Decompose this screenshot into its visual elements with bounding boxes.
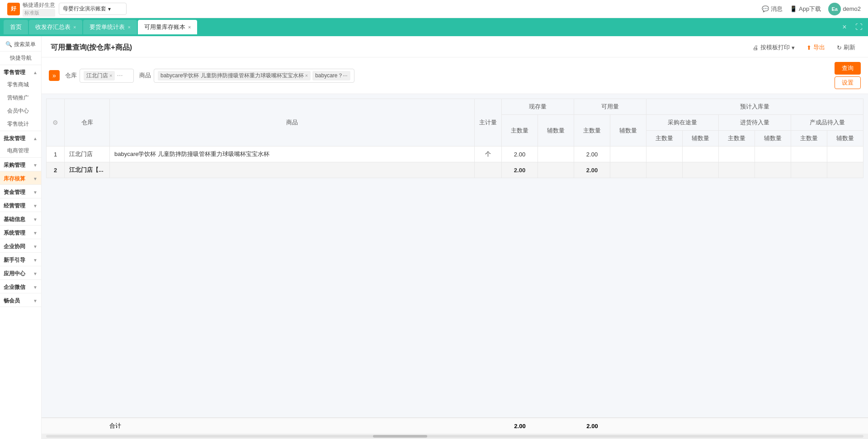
message-btn[interactable]: 💬 消息 xyxy=(762,5,783,13)
sidebar-group-apps-label: 应用中心 xyxy=(4,270,25,278)
row2-avail-main: 2.00 xyxy=(574,162,610,178)
row1-avail-aux xyxy=(610,146,646,162)
horizontal-scrollbar[interactable] xyxy=(42,434,868,439)
row2-purchase-aux xyxy=(683,162,719,178)
expand-icon: » xyxy=(52,72,56,79)
export-label: 导出 xyxy=(813,43,825,52)
sidebar-group-purchase: 采购管理 ▼ xyxy=(0,158,41,171)
row2-product-aux xyxy=(827,162,863,178)
sidebar-group-wechat-label: 企业微信 xyxy=(4,283,25,291)
chevron-down-icon-2: ▲ xyxy=(33,136,38,141)
sidebar-item-marketing[interactable]: 营销推广 xyxy=(0,91,41,104)
sidebar-group-basic-title[interactable]: 基础信息 ▼ xyxy=(0,212,41,225)
sidebar-group-purchase-label: 采购管理 xyxy=(4,161,25,169)
sidebar-group-retail-title[interactable]: 零售管理 ▲ xyxy=(0,65,41,78)
scrollbar-thumb[interactable] xyxy=(373,435,427,438)
warehouse-filter-label: 仓库 xyxy=(65,71,77,80)
sidebar-group-business-title[interactable]: 经营管理 ▼ xyxy=(0,198,41,212)
sidebar-item-retail-mall[interactable]: 零售商城 xyxy=(0,78,41,91)
chevron-icon-enterprise: ▼ xyxy=(33,244,38,249)
sidebar-group-system-title[interactable]: 系统管理 ▼ xyxy=(0,226,41,239)
tab-home-label: 首页 xyxy=(10,23,22,31)
sidebar-group-retail-label: 零售管理 xyxy=(4,69,25,76)
user-profile[interactable]: Ea demo2 xyxy=(828,3,861,15)
row1-index: 1 xyxy=(47,146,65,162)
chevron-down-print: ▾ xyxy=(792,44,795,51)
sidebar-group-purchase-title[interactable]: 采购管理 ▼ xyxy=(0,158,41,171)
sidebar-item-ecommerce[interactable]: 电商管理 xyxy=(0,144,41,157)
tab-home[interactable]: 首页 xyxy=(4,20,28,34)
tab-receive-pay-label: 收发存汇总表 xyxy=(35,23,71,31)
sidebar-group-member-title[interactable]: 畅会员 ▼ xyxy=(0,293,41,307)
tab-expand-btn[interactable]: ⛶ xyxy=(854,22,864,33)
industry-select[interactable]: 母婴行业演示账套 ▾ xyxy=(59,3,127,15)
footer-avail-main: 2.00 xyxy=(574,423,610,430)
tab-available-stock-close[interactable]: × xyxy=(188,24,191,30)
sidebar-search[interactable]: 🔍 搜索菜单 xyxy=(0,36,41,52)
row2-avail-aux xyxy=(610,162,646,178)
row1-stock-aux xyxy=(538,146,574,162)
export-btn[interactable]: ⬆ 导出 xyxy=(803,42,829,53)
warehouse-filter-input[interactable]: 江北门店 × ··· xyxy=(80,69,134,83)
tab-order-stats-close[interactable]: × xyxy=(127,24,130,30)
tab-available-stock-label: 可用量库存账本 xyxy=(144,23,185,31)
settings-gear-icon[interactable]: ⚙ xyxy=(52,119,58,126)
logo-text: 畅捷通好生意 xyxy=(23,1,55,9)
sidebar-group-wechat-title[interactable]: 企业微信 ▼ xyxy=(0,280,41,293)
th-inbound-aux: 辅数量 xyxy=(755,131,791,146)
warehouse-more-btn[interactable]: ··· xyxy=(117,71,123,80)
sidebar-group-inventory-title[interactable]: 库存核算 ▼ xyxy=(0,171,41,184)
content-area: 可用量查询(按仓库+商品) 🖨 按模板打印 ▾ ⬆ 导出 ↻ 刷新 xyxy=(42,36,868,439)
th-stock-main: 主数量 xyxy=(502,115,538,146)
query-btn[interactable]: 查询 xyxy=(835,62,861,75)
filter-area: » 仓库 江北门店 × ··· 商品 babycare学饮杯 儿童防摔防撞吸管杯… xyxy=(42,57,868,94)
tab-bar-right: × ⛶ xyxy=(839,22,864,33)
app-download-btn[interactable]: 📱 App下载 xyxy=(790,5,821,13)
th-avail-main: 主数量 xyxy=(574,115,610,146)
footer-label: 合计 xyxy=(109,422,475,430)
sidebar-quick-nav[interactable]: 快捷导航 xyxy=(0,52,41,65)
goods-filter-label: 商品 xyxy=(139,71,151,80)
th-purchase-main: 主数量 xyxy=(646,131,683,146)
row2-goods xyxy=(110,162,475,178)
refresh-btn[interactable]: ↻ 刷新 xyxy=(833,42,859,53)
row1-goods: babycare学饮杯 儿童防摔防撞吸管杯重力球吸嘴杯宝宝水杯 xyxy=(110,146,475,162)
goods-tag-1-close[interactable]: × xyxy=(305,73,308,78)
tab-available-stock[interactable]: 可用量库存账本 × xyxy=(138,20,197,34)
tab-close-all-btn[interactable]: × xyxy=(839,22,850,33)
tab-order-stats[interactable]: 要货单统计表 × xyxy=(83,20,137,34)
filter-expand-btn[interactable]: » xyxy=(49,70,60,81)
row2-warehouse: 江北门店【... xyxy=(65,162,110,178)
sidebar-group-wholesale-label: 批发管理 xyxy=(4,135,25,142)
sidebar-group-enterprise: 企业协同 ▼ xyxy=(0,239,41,253)
goods-filter-input[interactable]: babycare学饮杯 儿童防摔防撞吸管杯重力球吸嘴杯宝宝水杯 × babyca… xyxy=(154,69,354,83)
sidebar-group-wholesale-title[interactable]: 批发管理 ▲ xyxy=(0,131,41,144)
settings-btn[interactable]: 设置 xyxy=(835,76,861,89)
goods-tag-1-value: babycare学饮杯 儿童防摔防撞吸管杯重力球吸嘴杯宝宝水杯 xyxy=(160,72,304,80)
warehouse-tag-close[interactable]: × xyxy=(109,73,112,78)
tab-receive-pay-close[interactable]: × xyxy=(73,24,76,30)
row2-unit xyxy=(475,162,502,178)
sidebar-group-finance-title[interactable]: 资金管理 ▼ xyxy=(0,185,41,198)
goods-filter-field: 商品 babycare学饮杯 儿童防摔防撞吸管杯重力球吸嘴杯宝宝水杯 × bab… xyxy=(139,69,354,83)
th-avail-aux: 辅数量 xyxy=(610,115,646,146)
table-row-subtotal: 2 江北门店【... 2.00 2.00 xyxy=(47,162,863,178)
sidebar-group-apps-title[interactable]: 应用中心 ▼ xyxy=(0,266,41,279)
sidebar: 🔍 搜索菜单 快捷导航 零售管理 ▲ 零售商城 营销推广 会员中心 零售统计 批… xyxy=(0,36,42,439)
table-footer: 合计 2.00 2.00 xyxy=(42,417,868,434)
row2-inbound-main xyxy=(719,162,755,178)
sidebar-group-guide: 新手引导 ▼ xyxy=(0,253,41,266)
sidebar-item-members[interactable]: 会员中心 xyxy=(0,104,41,118)
row1-product-main xyxy=(791,146,827,162)
sidebar-item-retail-stats[interactable]: 零售统计 xyxy=(0,118,41,131)
app-download-label: App下载 xyxy=(799,5,821,13)
print-template-btn[interactable]: 🖨 按模板打印 ▾ xyxy=(749,42,798,53)
sidebar-group-basic-label: 基础信息 xyxy=(4,216,25,223)
sidebar-group-guide-title[interactable]: 新手引导 ▼ xyxy=(0,253,41,266)
sidebar-group-enterprise-title[interactable]: 企业协同 ▼ xyxy=(0,239,41,252)
tab-receive-pay[interactable]: 收发存汇总表 × xyxy=(29,20,82,34)
row1-inbound-main xyxy=(719,146,755,162)
row2-inbound-aux xyxy=(755,162,791,178)
chevron-icon-purchase: ▼ xyxy=(33,163,38,168)
sidebar-group-guide-label: 新手引导 xyxy=(4,256,25,264)
